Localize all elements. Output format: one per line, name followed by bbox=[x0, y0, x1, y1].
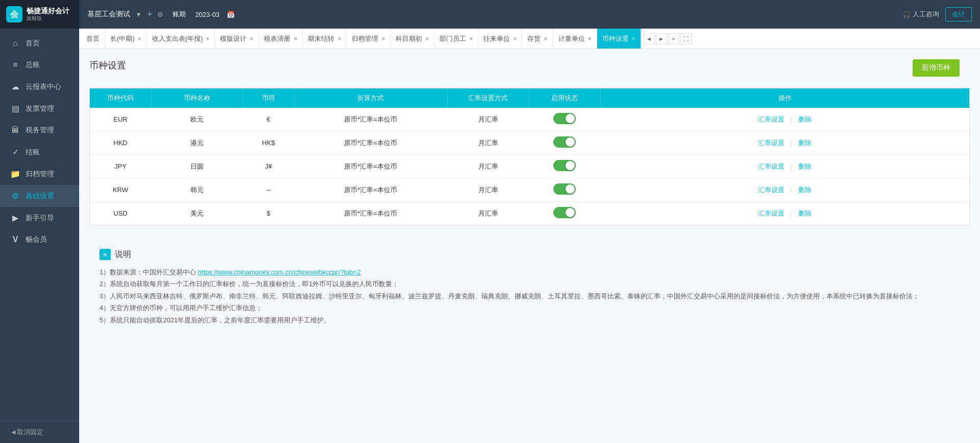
sidebar-item-member[interactable]: V 畅会员 bbox=[0, 229, 79, 250]
tab-inventory-close[interactable]: × bbox=[544, 35, 547, 42]
toggle-KRW[interactable] bbox=[553, 183, 576, 195]
settings-icon: ⚙ bbox=[10, 191, 20, 201]
tab-tax[interactable]: 税表清册 × bbox=[259, 29, 303, 49]
cell-action: 汇率设置 | 删除 bbox=[600, 108, 969, 131]
tab-dept-label: 部门员工 bbox=[439, 34, 466, 43]
tab-income[interactable]: 收入支出表(年报) × bbox=[147, 29, 215, 49]
rate-setting-link-EUR[interactable]: 汇率设置 bbox=[758, 115, 785, 123]
tab-template[interactable]: 模版设计 × bbox=[215, 29, 259, 49]
tab-dept[interactable]: 部门员工 × bbox=[434, 29, 478, 49]
cell-symbol: J¥ bbox=[243, 155, 294, 178]
tab-subjects[interactable]: 科目期初 × bbox=[390, 29, 434, 49]
notes-list-item: 4）无官方牌价的币种，可以用用户手工维护汇率信息； bbox=[100, 302, 960, 314]
sidebar-item-tax[interactable]: 🏛 税务管理 bbox=[0, 120, 79, 141]
delete-link-HKD[interactable]: 删除 bbox=[798, 139, 812, 147]
delete-link-KRW[interactable]: 删除 bbox=[798, 186, 812, 194]
tab-subjects-close[interactable]: × bbox=[425, 35, 429, 42]
tab-home-label: 首页 bbox=[86, 34, 100, 43]
company-dropdown-icon[interactable]: ▼ bbox=[135, 11, 142, 18]
toggle-EUR[interactable] bbox=[553, 113, 576, 124]
action-separator: | bbox=[791, 186, 792, 194]
col-header-name: 币种名称 bbox=[151, 88, 243, 108]
sidebar-item-archive[interactable]: 📁 归档管理 bbox=[0, 163, 79, 185]
archive-icon: 📁 bbox=[10, 169, 20, 179]
cell-calc: 原币*汇率=本位币 bbox=[294, 131, 447, 155]
toggle-HKD[interactable] bbox=[553, 136, 576, 148]
notes-title-area: ≡ 说明 bbox=[100, 249, 960, 260]
action-separator: | bbox=[791, 139, 792, 147]
tab-archive-close[interactable]: × bbox=[381, 35, 385, 42]
logo-sub: 旗舰版 bbox=[27, 15, 69, 22]
tab-currency[interactable]: 币种设置 × bbox=[597, 29, 641, 49]
action-separator: | bbox=[791, 115, 792, 123]
add-tab-button[interactable]: + bbox=[147, 9, 153, 20]
tab-tax-close[interactable]: × bbox=[293, 35, 297, 42]
calendar-icon[interactable]: 📅 bbox=[227, 11, 235, 18]
notes-list-item: 2）系统自动获取每月第一个工作日的汇率标价，统一为直接标价法，即1外币可以兑换的… bbox=[100, 278, 960, 290]
cell-action: 汇率设置 | 删除 bbox=[600, 131, 969, 155]
guide-icon: ▶ bbox=[10, 213, 20, 223]
tabs-expand-button[interactable]: ⛶ bbox=[680, 33, 692, 44]
tabs-navigation: ◄ ► × ⛶ bbox=[641, 29, 694, 49]
tab-partners-close[interactable]: × bbox=[513, 35, 517, 42]
tab-dept-close[interactable]: × bbox=[469, 35, 473, 42]
cell-status bbox=[529, 202, 600, 225]
unpin-button[interactable]: ◄取消固定 bbox=[0, 421, 79, 443]
tabs-prev-button[interactable]: ◄ bbox=[644, 33, 655, 44]
notes-link[interactable]: https://www.chinamoney.com.cn/chinese/bk… bbox=[198, 268, 361, 276]
tab-period-end-close[interactable]: × bbox=[337, 35, 341, 42]
cell-symbol: $ bbox=[243, 202, 294, 225]
cloud-icon: ☁ bbox=[10, 82, 20, 91]
cell-code: JPY bbox=[90, 155, 151, 178]
tabs-next-button[interactable]: ► bbox=[656, 33, 667, 44]
tab-units[interactable]: 计量单位 × bbox=[553, 29, 597, 49]
rate-setting-link-HKD[interactable]: 汇率设置 bbox=[758, 139, 785, 147]
rate-setting-link-KRW[interactable]: 汇率设置 bbox=[758, 186, 785, 194]
tab-tax-label: 税表清册 bbox=[264, 34, 290, 43]
sidebar-item-checkout[interactable]: ✓ 结账 bbox=[0, 141, 79, 163]
tab-period-end[interactable]: 期末结转 × bbox=[303, 29, 347, 49]
tab-period-close[interactable]: × bbox=[138, 35, 141, 42]
delete-link-USD[interactable]: 删除 bbox=[798, 209, 812, 217]
tab-period[interactable]: 长(中期) × bbox=[105, 29, 147, 49]
sidebar-item-invoice[interactable]: ▤ 发票管理 bbox=[0, 98, 79, 120]
cell-status bbox=[529, 108, 600, 131]
sidebar-item-home[interactable]: ⌂ 首页 bbox=[0, 33, 79, 54]
rate-setting-link-USD[interactable]: 汇率设置 bbox=[758, 209, 785, 217]
delete-link-JPY[interactable]: 删除 bbox=[798, 162, 812, 170]
page-title: 币种设置 bbox=[89, 59, 126, 72]
tab-currency-label: 币种设置 bbox=[602, 34, 629, 43]
toggle-JPY[interactable] bbox=[553, 160, 576, 171]
rate-setting-link-JPY[interactable]: 汇率设置 bbox=[758, 162, 785, 170]
tab-units-close[interactable]: × bbox=[588, 35, 592, 42]
ledger-icon: ≡ bbox=[10, 60, 20, 69]
settings-gear-icon[interactable]: ⚙ bbox=[157, 11, 163, 18]
tab-inventory[interactable]: 存货 × bbox=[522, 29, 553, 49]
sidebar-item-guide[interactable]: ▶ 新手引导 bbox=[0, 207, 79, 229]
cell-action: 汇率设置 | 删除 bbox=[600, 202, 969, 225]
tab-partners[interactable]: 往来单位 × bbox=[478, 29, 522, 49]
tab-template-close[interactable]: × bbox=[250, 35, 253, 42]
sidebar-item-label: 首页 bbox=[26, 39, 40, 48]
toggle-USD[interactable] bbox=[553, 207, 576, 218]
tab-archive[interactable]: 归档管理 × bbox=[347, 29, 390, 49]
new-currency-button[interactable]: 新增币种 bbox=[913, 59, 960, 77]
col-header-calc: 折算方式 bbox=[294, 88, 447, 108]
period-label: 账期 bbox=[173, 10, 186, 19]
col-header-action: 操作 bbox=[600, 88, 969, 108]
cell-rate-type: 月汇率 bbox=[447, 108, 529, 131]
sidebar-item-settings[interactable]: ⚙ 基础设置 bbox=[0, 185, 79, 207]
tabs-bar: 首页 长(中期) × 收入支出表(年报) × 模版设计 × 税表清册 × 期末结… bbox=[79, 29, 980, 49]
sidebar-item-ledger[interactable]: ≡ 总账 bbox=[0, 54, 79, 76]
sidebar-item-reports[interactable]: ☁ 云报表中心 bbox=[0, 76, 79, 98]
tabs-close-button[interactable]: × bbox=[668, 33, 679, 44]
tab-income-close[interactable]: × bbox=[206, 35, 209, 42]
delete-link-EUR[interactable]: 删除 bbox=[798, 115, 812, 123]
tab-currency-close[interactable]: × bbox=[632, 35, 635, 42]
sidebar-item-label: 结账 bbox=[26, 148, 40, 157]
tab-home[interactable]: 首页 bbox=[81, 29, 105, 49]
tax-icon: 🏛 bbox=[10, 126, 20, 135]
cell-rate-type: 月汇率 bbox=[447, 202, 529, 225]
consult-button[interactable]: 🎧 人工咨询 bbox=[902, 10, 939, 19]
kuaiji-button[interactable]: 会计 bbox=[945, 7, 972, 21]
